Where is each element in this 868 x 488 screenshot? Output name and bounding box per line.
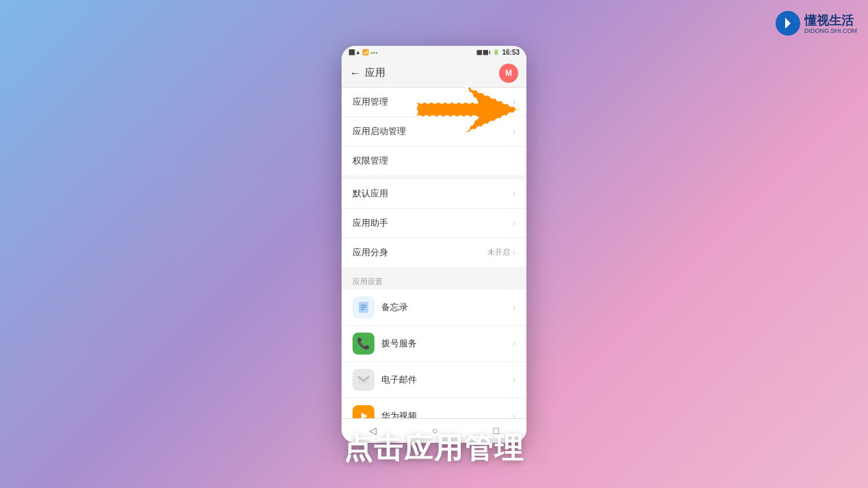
- status-bar: ⬛▲ 📶 ●●● ⬛⬛ℹ 🔋 16:53: [342, 46, 526, 60]
- page-title: 应用: [365, 66, 385, 79]
- section-label-app-settings: 应用设置: [342, 271, 526, 290]
- back-button[interactable]: ←: [350, 67, 361, 79]
- avatar-button[interactable]: M: [499, 64, 518, 83]
- app-startup-label: 应用启动管理: [353, 125, 406, 138]
- watermark: 懂视生活 DIDONG.SHI.COM: [776, 11, 857, 36]
- battery-icon: 🔋: [493, 49, 500, 55]
- status-time: 16:53: [502, 49, 520, 56]
- menu-item-permissions[interactable]: 权限管理 ›: [342, 146, 526, 175]
- menu-item-phone[interactable]: 📞 拨号服务 ›: [342, 326, 526, 362]
- menu-group-1: 应用管理 › 应用启动管理 › 权限管理 ›: [342, 88, 526, 175]
- notification-icons: ⬛⬛ℹ: [476, 50, 491, 55]
- chevron-notes: ›: [513, 303, 515, 312]
- chevron-video: ›: [513, 411, 515, 418]
- dot-icons: ●●●: [370, 51, 378, 55]
- notes-item-left: 备忘录: [353, 296, 408, 318]
- phone-item-left: 📞 拨号服务: [353, 333, 417, 355]
- menu-item-notes[interactable]: 备忘录 ›: [342, 290, 526, 326]
- email-icon: [353, 369, 374, 391]
- default-apps-label: 默认应用: [353, 188, 388, 200]
- video-label: 华为视频: [381, 410, 417, 418]
- wifi-icon: 📶: [362, 49, 369, 55]
- chevron-icon-2: ›: [513, 127, 515, 136]
- phone-label: 拨号服务: [381, 337, 417, 350]
- app-twin-label: 应用分身: [353, 246, 388, 259]
- menu-content: 应用管理 › 应用启动管理 › 权限管理 › 默认应用 › 应用助手 ›: [342, 88, 526, 418]
- chevron-icon: ›: [513, 97, 515, 107]
- chevron-icon-4: ›: [513, 189, 515, 198]
- permissions-label: 权限管理: [353, 155, 388, 167]
- email-label: 电子邮件: [381, 374, 417, 386]
- menu-group-2: 默认应用 › 应用助手 › 应用分身 未开启 ›: [342, 179, 526, 267]
- chevron-phone: ›: [513, 339, 515, 348]
- app-twin-status: 未开启: [487, 247, 510, 257]
- app-assistant-label: 应用助手: [353, 217, 388, 229]
- top-bar: ← 应用 M: [342, 60, 526, 88]
- app-management-label: 应用管理: [353, 96, 388, 108]
- chevron-email: ›: [513, 375, 515, 385]
- menu-item-video[interactable]: 华为视频 ›: [342, 398, 526, 418]
- watermark-logo: [776, 11, 800, 36]
- signal-icon: ⬛▲: [348, 49, 361, 55]
- menu-item-app-twin[interactable]: 应用分身 未开启 ›: [342, 238, 526, 267]
- caption: 点击应用管理: [0, 429, 868, 467]
- menu-item-app-management[interactable]: 应用管理 ›: [342, 88, 526, 117]
- watermark-text-block: 懂视生活 DIDONG.SHI.COM: [804, 12, 857, 34]
- phone-frame: ⬛▲ 📶 ●●● ⬛⬛ℹ 🔋 16:53 ← 应用 M 应用管理 › 应用启动管…: [342, 46, 526, 443]
- phone-icon: 📞: [353, 333, 374, 355]
- status-bar-left: ⬛▲ 📶 ●●●: [348, 49, 378, 55]
- app-twin-right: 未开启 ›: [487, 247, 515, 257]
- video-icon: [353, 405, 374, 418]
- email-item-left: 电子邮件: [353, 369, 417, 391]
- watermark-url: DIDONG.SHI.COM: [804, 27, 857, 34]
- notes-label: 备忘录: [381, 301, 408, 313]
- menu-item-app-startup[interactable]: 应用启动管理 ›: [342, 117, 526, 146]
- status-bar-right: ⬛⬛ℹ 🔋 16:53: [476, 49, 520, 56]
- menu-group-apps: 备忘录 › 📞 拨号服务 › 电子邮件: [342, 290, 526, 418]
- menu-item-app-assistant[interactable]: 应用助手 ›: [342, 209, 526, 238]
- top-bar-left: ← 应用: [350, 66, 385, 79]
- notes-icon: [353, 296, 374, 318]
- chevron-icon-6: ›: [513, 248, 515, 257]
- watermark-title: 懂视生活: [804, 12, 857, 29]
- menu-item-email[interactable]: 电子邮件 ›: [342, 362, 526, 398]
- menu-item-default-apps[interactable]: 默认应用 ›: [342, 179, 526, 209]
- chevron-icon-5: ›: [513, 218, 515, 228]
- video-item-left: 华为视频: [353, 405, 417, 418]
